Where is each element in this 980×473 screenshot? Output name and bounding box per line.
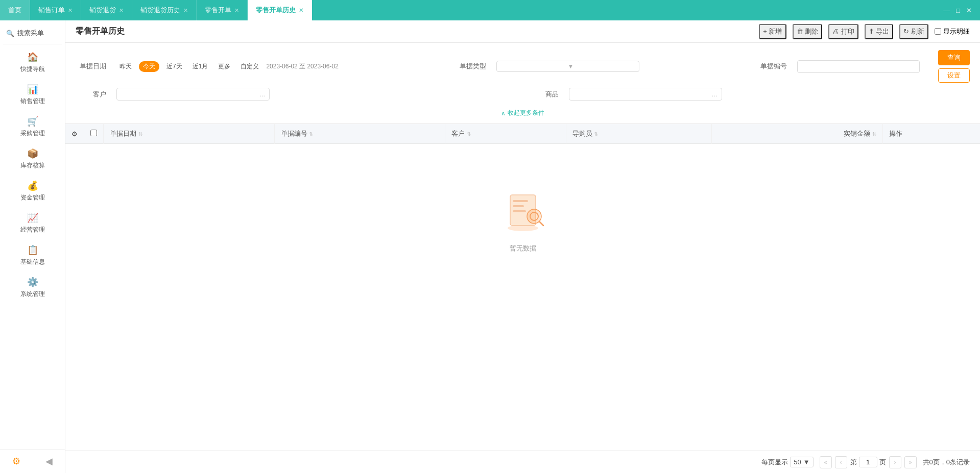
th-salesperson: 导购员 ⇅ bbox=[566, 124, 712, 144]
tab-retail-open-history[interactable]: 零售开单历史✕ bbox=[248, 0, 312, 20]
sidebar-icon-sales-mgmt: 📊 bbox=[27, 84, 38, 95]
collapse-bar[interactable]: ∧ 收起更多条件 bbox=[76, 106, 970, 120]
collapse-btn[interactable]: ∧ 收起更多条件 bbox=[501, 109, 544, 117]
refresh-button[interactable]: ↻ 刷新 bbox=[899, 24, 928, 39]
sidebar-label-system: 系统管理 bbox=[20, 290, 45, 298]
settings-button[interactable]: 设置 bbox=[938, 68, 970, 83]
minimize-btn[interactable]: — bbox=[943, 7, 950, 14]
sidebar-item-system[interactable]: ⚙️ 系统管理 bbox=[20, 271, 45, 304]
date-btn-自定义[interactable]: 自定义 bbox=[237, 61, 262, 72]
sidebar-item-quick-nav[interactable]: 🏠 快捷导航 bbox=[20, 46, 45, 79]
th-amount-label: 实销金额 bbox=[844, 130, 870, 137]
date-btn-近7天[interactable]: 近7天 bbox=[163, 61, 185, 72]
page-header: 零售开单历史 + 新增 🗑 删除 🖨 打印 ⬆ 导出 ↻ 刷新 显示明细 bbox=[65, 20, 980, 43]
doc-type-chevron: ▼ bbox=[568, 63, 634, 69]
select-all-checkbox[interactable] bbox=[90, 130, 97, 136]
sidebar-item-sales-mgmt[interactable]: 📊 销售管理 bbox=[20, 79, 45, 111]
tab-sales-return-history[interactable]: 销货退货历史✕ bbox=[132, 0, 197, 20]
tab-sales-order[interactable]: 销售订单✕ bbox=[30, 0, 81, 20]
toolbar: + 新增 🗑 删除 🖨 打印 ⬆ 导出 ↻ 刷新 显示明细 bbox=[759, 24, 970, 39]
first-page-icon: « bbox=[824, 459, 827, 466]
page-label: 第 bbox=[850, 458, 857, 467]
close-btn[interactable]: ✕ bbox=[966, 7, 972, 14]
doc-no-input[interactable] bbox=[802, 63, 915, 70]
date-btn-今天[interactable]: 今天 bbox=[139, 61, 159, 72]
prev-page-icon: ‹ bbox=[840, 459, 842, 466]
th-customer-sort[interactable]: ⇅ bbox=[467, 131, 471, 137]
prev-page-btn[interactable]: ‹ bbox=[835, 456, 847, 468]
th-date-sort[interactable]: ⇅ bbox=[138, 131, 142, 137]
next-page-btn[interactable]: › bbox=[889, 456, 901, 468]
column-settings-icon[interactable]: ⚙ bbox=[71, 130, 78, 138]
date-range-text: 2023-06-02 至 2023-06-02 bbox=[266, 62, 338, 71]
sidebar-item-operations[interactable]: 📈 经营管理 bbox=[20, 207, 45, 239]
tab-label-retail-open-history: 零售开单历史 bbox=[256, 6, 296, 15]
th-settings: ⚙ bbox=[65, 124, 84, 144]
product-input[interactable] bbox=[573, 90, 712, 98]
maximize-btn[interactable]: □ bbox=[956, 7, 960, 14]
tab-label-sales-return-history: 销货退货历史 bbox=[140, 6, 180, 15]
tab-close-sales-return[interactable]: ✕ bbox=[119, 7, 124, 14]
date-btn-更多[interactable]: 更多 bbox=[215, 61, 233, 72]
tab-close-retail-open-history[interactable]: ✕ bbox=[299, 7, 303, 14]
th-no-sort[interactable]: ⇅ bbox=[309, 131, 313, 137]
sidebar-collapse-icon[interactable]: ◀ bbox=[45, 456, 53, 467]
sidebar-label-basic-info: 基础信息 bbox=[20, 258, 45, 266]
show-detail-checkbox[interactable] bbox=[935, 28, 941, 35]
doc-no-input-wrap[interactable] bbox=[797, 60, 920, 73]
customer-input-wrap[interactable]: ... bbox=[116, 88, 270, 101]
customer-input[interactable] bbox=[121, 90, 259, 98]
sidebar-label-finance: 资金管理 bbox=[20, 193, 45, 202]
tab-close-sales-order[interactable]: ✕ bbox=[68, 7, 73, 14]
filter-row-2: 客户 ... 商品 ... bbox=[76, 88, 970, 101]
delete-button[interactable]: 🗑 删除 bbox=[793, 24, 823, 39]
date-filter-buttons: 昨天今天近7天近1月更多自定义2023-06-02 至 2023-06-02 bbox=[116, 61, 339, 72]
tab-retail-open[interactable]: 零售开单✕ bbox=[197, 0, 248, 20]
product-input-wrap[interactable]: ... bbox=[569, 88, 722, 101]
page-number-input[interactable] bbox=[859, 457, 877, 467]
tab-close-sales-return-history[interactable]: ✕ bbox=[183, 7, 188, 14]
sidebar-settings-icon[interactable]: ⚙ bbox=[12, 456, 20, 467]
collapse-up-icon: ∧ bbox=[501, 110, 506, 117]
th-amount-sort[interactable]: ⇅ bbox=[872, 131, 876, 137]
collapse-label: 收起更多条件 bbox=[508, 109, 544, 117]
sidebar-search[interactable]: 🔍 搜索采单 bbox=[0, 24, 65, 42]
export-button[interactable]: ⬆ 导出 bbox=[865, 24, 894, 39]
sidebar-label-operations: 经营管理 bbox=[20, 226, 45, 234]
pagination-bar: 每页显示 50 ▼ « ‹ 第 页 › bbox=[65, 451, 980, 473]
last-page-btn[interactable]: » bbox=[904, 456, 917, 468]
last-page-icon: » bbox=[909, 459, 912, 466]
empty-icon bbox=[497, 185, 548, 236]
page-nav: « ‹ 第 页 › » bbox=[820, 456, 917, 468]
page-title: 零售开单历史 bbox=[76, 26, 125, 37]
sidebar-item-inventory[interactable]: 📦 库存核算 bbox=[20, 143, 45, 175]
page-size-dropdown[interactable]: 50 ▼ bbox=[790, 457, 813, 467]
filter-row-1: 单据日期 昨天今天近7天近1月更多自定义2023-06-02 至 2023-06… bbox=[76, 50, 970, 83]
page-size-select: 每页显示 50 ▼ bbox=[761, 457, 813, 467]
content-area: 零售开单历史 + 新增 🗑 删除 🖨 打印 ⬆ 导出 ↻ 刷新 显示明细 单据日… bbox=[65, 20, 980, 473]
print-button[interactable]: 🖨 打印 bbox=[828, 24, 858, 39]
tab-label-sales-order: 销售订单 bbox=[38, 6, 65, 15]
add-button[interactable]: + 新增 bbox=[759, 24, 786, 39]
sidebar-item-basic-info[interactable]: 📋 基础信息 bbox=[20, 239, 45, 271]
sidebar-icon-operations: 📈 bbox=[27, 212, 38, 223]
th-salesperson-sort[interactable]: ⇅ bbox=[594, 131, 598, 137]
tab-home[interactable]: 首页 bbox=[0, 0, 30, 20]
table-wrap: ⚙ 单据日期 ⇅ 单据编号 ⇅ bbox=[65, 124, 980, 451]
doc-type-label: 单据类型 bbox=[456, 62, 486, 71]
date-btn-近1月[interactable]: 近1月 bbox=[189, 61, 211, 72]
query-button[interactable]: 查询 bbox=[938, 50, 970, 65]
empty-row: 暂无数据 bbox=[65, 144, 980, 294]
sidebar-item-purchase-mgmt[interactable]: 🛒 采购管理 bbox=[20, 111, 45, 143]
first-page-btn[interactable]: « bbox=[820, 456, 832, 468]
tab-close-retail-open[interactable]: ✕ bbox=[234, 7, 239, 14]
show-detail-label[interactable]: 显示明细 bbox=[935, 27, 970, 36]
sidebar-item-finance[interactable]: 💰 资金管理 bbox=[20, 175, 45, 207]
empty-text: 暂无数据 bbox=[510, 244, 536, 253]
doc-type-dropdown[interactable]: ▼ bbox=[496, 61, 639, 72]
total-info: 共0页，0条记录 bbox=[923, 458, 970, 467]
date-btn-昨天[interactable]: 昨天 bbox=[116, 61, 135, 72]
tab-sales-return[interactable]: 销货退货✕ bbox=[81, 0, 132, 20]
tab-label-retail-open: 零售开单 bbox=[205, 6, 231, 15]
search-icon: 🔍 bbox=[6, 30, 14, 37]
